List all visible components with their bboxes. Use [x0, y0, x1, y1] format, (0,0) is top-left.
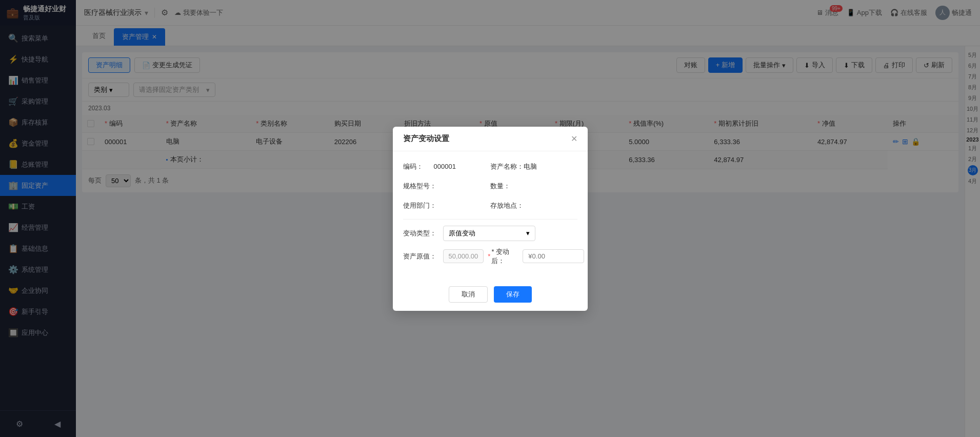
modal-row-1: 编码： 000001 资产名称： 电脑 [403, 160, 577, 174]
modal-col-name: 资产名称： 电脑 [490, 160, 577, 174]
after-change-input[interactable] [523, 249, 584, 263]
modal-close-btn[interactable]: ✕ [571, 134, 577, 144]
change-type-dropdown-icon: ▾ [526, 229, 530, 237]
change-type-select[interactable]: 原值变动 ▾ [443, 226, 535, 241]
cancel-btn[interactable]: 取消 [449, 286, 488, 303]
modal-change-type-row: 变动类型： 原值变动 ▾ [403, 226, 577, 241]
modal-col-dept: 使用部门： [403, 198, 490, 213]
modal-body: 编码： 000001 资产名称： 电脑 规格型号： 数量： [393, 151, 588, 280]
after-change-label: ** 变动后： [488, 247, 518, 266]
modal-row-2: 规格型号： 数量： [403, 179, 577, 193]
asset-change-modal: 资产变动设置 ✕ 编码： 000001 资产名称： 电脑 规格型号： [393, 127, 588, 311]
modal-col-quantity: 数量： [490, 179, 577, 193]
modal-title: 资产变动设置 [403, 134, 449, 144]
original-value-field: 50,000.00 [443, 249, 484, 263]
modal-value-row: 资产原值： 50,000.00 ** 变动后： [403, 247, 577, 266]
modal-header: 资产变动设置 ✕ [393, 127, 588, 151]
modal-col-code: 编码： 000001 [403, 160, 490, 174]
modal-footer: 取消 保存 [393, 280, 588, 311]
modal-row-3: 使用部门： 存放地点： [403, 198, 577, 213]
modal-divider [403, 219, 577, 220]
save-btn[interactable]: 保存 [494, 286, 532, 303]
modal-col-location: 存放地点： [490, 198, 577, 213]
modal-overlay: 资产变动设置 ✕ 编码： 000001 资产名称： 电脑 规格型号： [0, 0, 980, 437]
modal-col-spec: 规格型号： [403, 179, 490, 193]
